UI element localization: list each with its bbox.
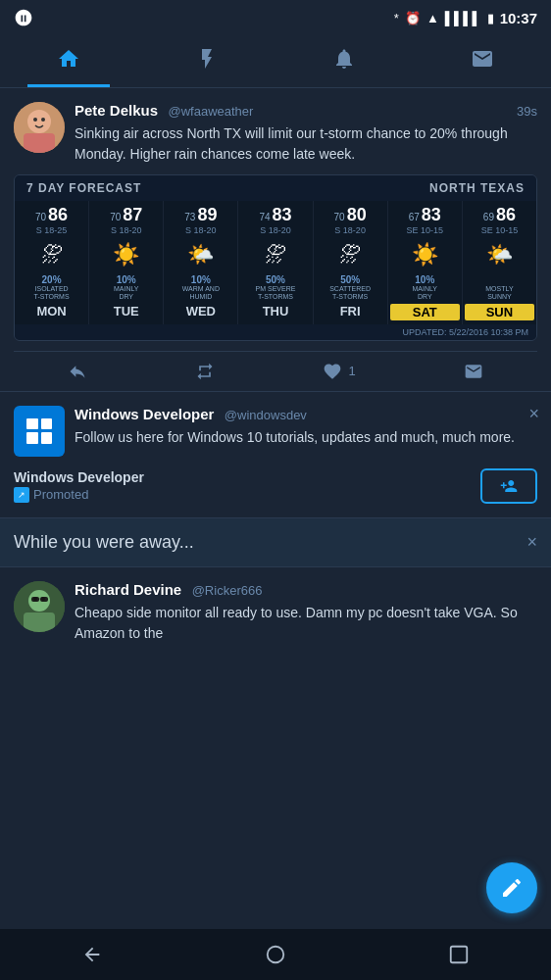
weather-title: 7 DAY FORECAST (26, 181, 141, 195)
promoted-header: Windows Developer @windowsdev Follow us … (14, 406, 537, 457)
svg-point-3 (33, 118, 37, 122)
nav-recents-button[interactable] (368, 929, 551, 980)
tweet-meta: Pete Delkus @wfaaweather 39s Sinking air… (75, 102, 537, 165)
windows-logo (14, 406, 65, 457)
twitter-app-icon (14, 8, 33, 31)
home-icon (57, 47, 80, 76)
status-bar: * ⏰ ▲ ▌▌▌▌ ▮ 10:37 (0, 0, 551, 35)
bottom-navigation (0, 929, 551, 980)
mail-icon (471, 47, 494, 76)
tweet-actions: 1 (14, 351, 537, 391)
weather-day-thu: 7483 S 18-20 ⛈ 50% PM SEVERET-STORMS THU (238, 201, 313, 324)
tweet-header: Pete Delkus @wfaaweather 39s Sinking air… (14, 102, 537, 165)
promoted-footer: Windows Developer ↗ Promoted (14, 468, 537, 504)
svg-point-4 (41, 118, 45, 122)
promoted-handle: @windowsdev (225, 408, 307, 422)
tab-notifications[interactable] (138, 35, 276, 87)
weather-day-sat: 6783 SE 10-15 ☀️ 10% MAINLYDRY SAT (388, 201, 463, 324)
tab-mentions[interactable] (276, 35, 414, 87)
second-tweet-header: Richard Devine @Ricker666 Cheapo side mo… (14, 581, 537, 644)
second-tweet-meta: Richard Devine @Ricker666 Cheapo side mo… (75, 581, 537, 644)
bell-icon (332, 47, 356, 76)
svg-rect-10 (31, 597, 39, 602)
svg-rect-11 (40, 597, 48, 602)
weather-footer: UPDATED: 5/22/2016 10:38 PM (15, 324, 536, 340)
weather-day-sun: 6986 SE 10-15 🌤️ -- MOSTLYSUNNY SUN (463, 201, 536, 324)
tab-home[interactable] (0, 35, 138, 87)
promoted-arrow-icon: ↗ (14, 487, 29, 503)
like-count: 1 (348, 364, 355, 378)
promoted-card: Windows Developer @windowsdev Follow us … (0, 392, 551, 518)
status-time: 10:37 (500, 10, 537, 26)
tab-messages[interactable] (414, 35, 552, 87)
weather-region: NORTH TEXAS (429, 181, 525, 195)
win-logo-cell-2 (41, 418, 53, 430)
signal-icon: ▌▌▌▌ (445, 11, 481, 25)
nav-home-button[interactable] (183, 929, 367, 980)
promoted-label: Promoted (33, 487, 88, 502)
weather-day-fri: 7080 S 18-20 ⛈ 50% SCATTEREDT-STORMS FRI (314, 201, 388, 324)
second-tweet-author-name: Richard Devine (75, 581, 181, 598)
promoted-info: Windows Developer @windowsdev Follow us … (75, 406, 537, 448)
win-logo-cell-3 (26, 432, 38, 444)
weather-day-wed: 7389 S 18-20 🌤️ 10% WARM ANDHUMID WED (164, 201, 238, 324)
second-tweet-text: Cheapo side monitor all ready to use. Da… (75, 603, 537, 644)
win-logo-cell-4 (41, 432, 53, 444)
promoted-badge: ↗ Promoted (14, 487, 144, 503)
promoted-tweet-text: Follow us here for Windows 10 tutorials,… (75, 427, 537, 448)
svg-point-1 (27, 110, 51, 133)
reply-button[interactable] (68, 362, 87, 381)
away-banner: While you were away... × (0, 518, 551, 567)
windows-logo-grid (26, 418, 52, 444)
win-logo-cell-1 (26, 418, 38, 430)
battery-icon: ▮ (487, 11, 494, 25)
follow-button[interactable] (480, 468, 537, 504)
navigation-tabs (0, 35, 551, 88)
svg-point-13 (268, 947, 284, 963)
dm-button[interactable] (464, 362, 483, 381)
tweet-author-info: Pete Delkus @wfaaweather (75, 102, 253, 120)
second-tweet-author-handle: @Ricker666 (192, 583, 263, 598)
second-tweet-name-row: Richard Devine @Ricker666 (75, 581, 537, 599)
lightning-icon (195, 47, 219, 76)
away-text: While you were away... (14, 532, 194, 553)
tweet-author-name: Pete Delkus (75, 102, 158, 119)
promoted-close-button[interactable]: × (528, 404, 539, 424)
tweet-text: Sinking air across North TX will limit o… (75, 123, 537, 165)
second-tweet-card: Richard Devine @Ricker666 Cheapo side mo… (0, 567, 551, 644)
tweet-card: Pete Delkus @wfaaweather 39s Sinking air… (0, 88, 551, 392)
avatar-image (14, 102, 65, 153)
like-button[interactable]: 1 (323, 362, 355, 381)
retweet-button[interactable] (195, 362, 215, 381)
wifi-icon: ▲ (426, 11, 439, 25)
tweet-time: 39s (517, 104, 537, 119)
svg-rect-7 (24, 612, 55, 632)
promoted-label-area: Windows Developer ↗ Promoted (14, 469, 144, 503)
status-icons: * ⏰ ▲ ▌▌▌▌ ▮ 10:37 (394, 10, 537, 26)
svg-rect-14 (451, 947, 468, 963)
weather-days: 7086 S 18-25 ⛈ 20% ISOLATEDT-STORMS MON … (15, 201, 536, 324)
second-avatar (14, 581, 65, 632)
weather-card: 7 DAY FORECAST NORTH TEXAS 7086 S 18-25 … (14, 174, 537, 341)
weather-day-tue: 7087 S 18-20 ☀️ 10% MAINLYDRY TUE (89, 201, 164, 324)
compose-fab[interactable] (486, 862, 537, 913)
tweet-name-row: Pete Delkus @wfaaweather 39s (75, 102, 537, 120)
nav-back-button[interactable] (0, 929, 183, 980)
avatar (14, 102, 65, 153)
tweet-author-handle: @wfaaweather (169, 104, 254, 119)
bluetooth-icon: * (394, 11, 399, 25)
weather-day-mon: 7086 S 18-25 ⛈ 20% ISOLATEDT-STORMS MON (15, 201, 89, 324)
alarm-icon: ⏰ (405, 11, 421, 25)
promoted-name-row: Windows Developer @windowsdev (75, 406, 537, 423)
promoted-account-name: Windows Developer (75, 406, 214, 422)
away-close-button[interactable]: × (526, 532, 537, 553)
weather-header: 7 DAY FORECAST NORTH TEXAS (15, 175, 536, 201)
svg-rect-2 (24, 133, 55, 153)
promoted-footer-name: Windows Developer (14, 469, 144, 485)
